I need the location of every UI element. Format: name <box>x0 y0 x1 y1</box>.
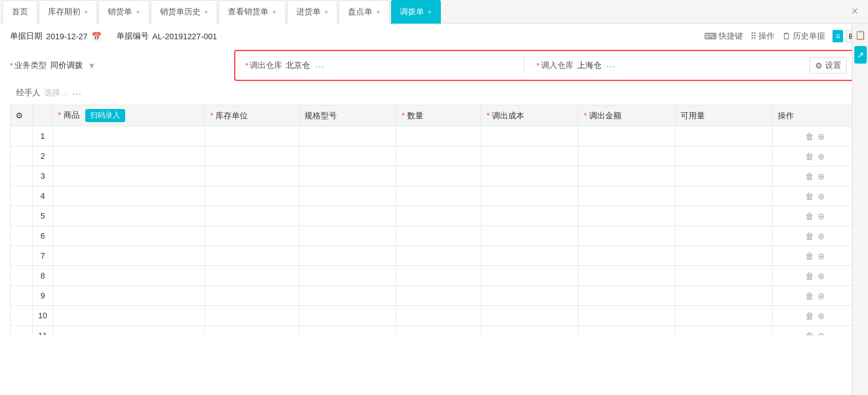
row-qty-cell[interactable] <box>396 266 481 286</box>
tab-purchase-order[interactable]: 进货单 × <box>287 0 337 24</box>
row-action-cell: 🗑 ⊕ <box>773 326 858 336</box>
sidebar-list-icon[interactable]: 📋 <box>855 30 866 40</box>
doc-date-field: 单据日期 2019-12-27 📅 <box>10 31 101 42</box>
row-product-cell[interactable] <box>53 226 205 246</box>
row-product-cell[interactable] <box>53 246 205 266</box>
tab-transfer-order-label: 调拨单 <box>400 6 424 17</box>
delete-icon[interactable]: 🗑 <box>805 131 814 141</box>
history-button[interactable]: 🗒 历史单据 <box>782 31 825 42</box>
delete-icon[interactable]: 🗑 <box>805 311 814 321</box>
copy-icon[interactable]: ⊕ <box>818 231 825 241</box>
business-type-dropdown[interactable]: 同价调拨 ▼ <box>50 60 222 71</box>
transfer-in-value[interactable]: 上海仓 <box>577 60 601 71</box>
row-product-cell[interactable] <box>53 126 205 146</box>
row-qty-cell[interactable] <box>396 186 481 206</box>
calendar-icon[interactable]: 📅 <box>92 32 101 41</box>
col-header-gear[interactable]: ⚙ <box>11 105 33 126</box>
row-product-cell[interactable] <box>53 146 205 166</box>
copy-icon[interactable]: ⊕ <box>818 131 825 141</box>
settings-button[interactable]: ⚙ 设置 <box>809 57 847 74</box>
close-icon[interactable]: × <box>324 8 328 16</box>
table-row: 4 🗑 ⊕ <box>11 186 858 206</box>
row-product-cell[interactable] <box>53 306 205 326</box>
window-close-button[interactable]: × <box>844 5 866 18</box>
row-amount-cell <box>578 126 676 146</box>
delete-icon[interactable]: 🗑 <box>805 191 814 201</box>
row-gear-cell <box>11 206 33 226</box>
row-cost-cell <box>481 286 578 306</box>
close-icon[interactable]: × <box>272 8 276 16</box>
row-product-cell[interactable] <box>53 286 205 306</box>
transfer-out-value[interactable]: 北京仓 <box>286 60 310 71</box>
handler-more-icon[interactable]: ··· <box>72 88 82 98</box>
sidebar-export-icon[interactable]: ↗ <box>854 46 867 64</box>
dropdown-arrow-icon[interactable]: ▼ <box>88 61 96 70</box>
delete-icon[interactable]: 🗑 <box>805 231 814 241</box>
row-product-cell[interactable] <box>53 166 205 186</box>
row-product-cell[interactable] <box>53 326 205 336</box>
tab-inventory-init[interactable]: 库存期初 × <box>39 0 97 24</box>
operation-button[interactable]: ⠿ 操作 <box>750 31 775 42</box>
row-qty-cell[interactable] <box>396 146 481 166</box>
copy-icon[interactable]: ⊕ <box>818 251 825 261</box>
copy-icon[interactable]: ⊕ <box>818 331 825 336</box>
transfer-in-more-icon[interactable]: ··· <box>606 60 616 71</box>
tab-home[interactable]: 首页 <box>2 0 37 24</box>
delete-icon[interactable]: 🗑 <box>805 291 814 301</box>
delete-icon[interactable]: 🗑 <box>805 171 814 181</box>
delete-icon[interactable]: 🗑 <box>805 211 814 221</box>
row-qty-cell[interactable] <box>396 326 481 336</box>
copy-icon[interactable]: ⊕ <box>818 311 825 321</box>
scan-entry-button[interactable]: 扫码录入 <box>85 109 125 122</box>
copy-icon[interactable]: ⊕ <box>818 271 825 281</box>
close-icon[interactable]: × <box>376 8 380 16</box>
row-available-cell <box>676 306 773 326</box>
transfer-out-field: * 调出仓库 北京仓 ··· <box>245 60 511 71</box>
copy-icon[interactable]: ⊕ <box>818 151 825 161</box>
row-amount-cell <box>578 246 676 266</box>
row-product-cell[interactable] <box>53 266 205 286</box>
delete-icon[interactable]: 🗑 <box>805 331 814 336</box>
row-product-cell[interactable] <box>53 206 205 226</box>
shortcut-button[interactable]: ⌨ 快捷键 <box>704 31 743 42</box>
tab-sales-history[interactable]: 销货单历史 × <box>151 0 217 24</box>
doc-date-value[interactable]: 2019-12-27 <box>46 32 88 41</box>
list-view-button[interactable]: ≡ <box>833 30 843 42</box>
row-gear-cell <box>11 186 33 206</box>
copy-icon[interactable]: ⊕ <box>818 171 825 181</box>
transfer-out-more-icon[interactable]: ··· <box>315 60 325 71</box>
row-number: 8 <box>33 266 53 286</box>
copy-icon[interactable]: ⊕ <box>818 291 825 301</box>
tab-view-sales[interactable]: 查看销货单 × <box>219 0 285 24</box>
copy-icon[interactable]: ⊕ <box>818 191 825 201</box>
handler-placeholder[interactable]: 选择... <box>44 87 67 98</box>
row-qty-cell[interactable] <box>396 226 481 246</box>
business-type-field: * 业务类型 同价调拨 ▼ <box>10 60 222 71</box>
tab-sales-history-label: 销货单历史 <box>160 6 200 17</box>
close-icon[interactable]: × <box>428 8 432 16</box>
copy-icon[interactable]: ⊕ <box>818 211 825 221</box>
row-qty-cell[interactable] <box>396 166 481 186</box>
tab-inventory-check-label: 盘点单 <box>348 6 372 17</box>
row-qty-cell[interactable] <box>396 286 481 306</box>
tab-inventory-init-label: 库存期初 <box>48 6 80 17</box>
transfer-out-label: 调出仓库 <box>250 60 282 71</box>
delete-icon[interactable]: 🗑 <box>805 151 814 161</box>
row-available-cell <box>676 286 773 306</box>
row-gear-cell <box>11 326 33 336</box>
delete-icon[interactable]: 🗑 <box>805 251 814 261</box>
row-qty-cell[interactable] <box>396 306 481 326</box>
tab-inventory-check[interactable]: 盘点单 × <box>339 0 389 24</box>
close-icon[interactable]: × <box>136 8 139 16</box>
close-icon[interactable]: × <box>204 8 208 16</box>
row-number: 1 <box>33 126 53 146</box>
close-icon[interactable]: × <box>84 8 88 16</box>
tab-transfer-order[interactable]: 调拨单 × <box>391 0 441 24</box>
delete-icon[interactable]: 🗑 <box>805 271 814 281</box>
tab-sales-order[interactable]: 销货单 × <box>98 0 149 24</box>
row-qty-cell[interactable] <box>396 246 481 266</box>
row-qty-cell[interactable] <box>396 126 481 146</box>
col-header-qty: * 数量 <box>396 105 481 126</box>
row-qty-cell[interactable] <box>396 206 481 226</box>
row-product-cell[interactable] <box>53 186 205 206</box>
